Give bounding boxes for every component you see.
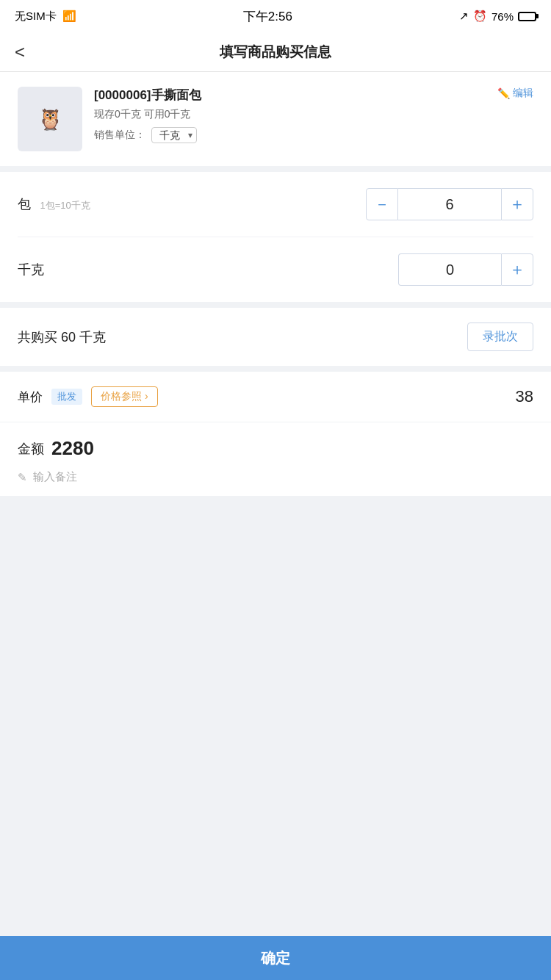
hint-bao: 1包=10千克: [40, 200, 90, 211]
back-button[interactable]: <: [15, 42, 25, 62]
edit-button[interactable]: ✏️ 编辑: [497, 87, 533, 100]
product-card: 🦉 [0000006]手撕面包 ✏️ 编辑 现存0千克 可用0千克 销售单位： …: [0, 72, 551, 172]
quantity-controls-bao: － ＋: [366, 188, 533, 220]
status-right: ↗ ⏰ 76%: [459, 10, 536, 23]
unit-select[interactable]: 千克 包: [151, 127, 197, 143]
price-label: 单价: [18, 389, 43, 406]
price-section: 单价 批发 价格参照 › 38: [0, 372, 551, 422]
edit-label: 编辑: [513, 87, 533, 100]
pencil-icon: ✎: [18, 471, 27, 484]
remark-row[interactable]: ✎ 输入备注: [18, 470, 533, 484]
status-left: 无SIM卡 📶: [15, 10, 76, 24]
gps-icon: ↗: [459, 10, 469, 23]
decrement-button-bao[interactable]: －: [366, 188, 398, 220]
remark-placeholder: 输入备注: [33, 470, 77, 484]
edit-icon: ✏️: [497, 87, 510, 99]
increment-button-bao[interactable]: ＋: [501, 188, 533, 220]
total-section: 共购买 60 千克 录批次: [0, 302, 551, 372]
wifi-icon: 📶: [62, 10, 76, 23]
price-ref-button[interactable]: 价格参照 ›: [91, 386, 158, 407]
battery-percent: 76%: [491, 10, 514, 23]
product-logo: 🦉: [37, 107, 63, 131]
unit-label: 销售单位：: [94, 129, 145, 142]
quantity-input-bao[interactable]: [398, 188, 501, 220]
batch-button[interactable]: 录批次: [467, 323, 533, 351]
unit-select-wrap[interactable]: 千克 包: [151, 127, 197, 143]
page-body: 🦉 [0000006]手撕面包 ✏️ 编辑 现存0千克 可用0千克 销售单位： …: [0, 72, 551, 980]
amount-value: 2280: [51, 437, 94, 460]
batch-tag: 批发: [51, 389, 82, 405]
quantity-row-kg: 千克 ＋: [18, 237, 533, 302]
page-title: 填写商品购买信息: [220, 43, 331, 62]
status-time: 下午2:56: [243, 8, 292, 25]
carrier-text: 无SIM卡: [15, 10, 57, 24]
product-stock: 现存0千克 可用0千克: [94, 108, 533, 121]
total-text: 共购买 60 千克: [18, 328, 106, 346]
quantity-controls-kg: ＋: [398, 253, 533, 286]
quantity-label-kg: 千克: [18, 261, 44, 278]
label-kg: 千克: [18, 262, 44, 277]
price-value: 38: [516, 387, 533, 406]
product-name: [0000006]手撕面包: [94, 87, 201, 104]
quantity-input-kg[interactable]: [398, 253, 501, 286]
confirm-button[interactable]: 确定: [0, 936, 551, 980]
alarm-icon: ⏰: [473, 10, 487, 23]
quantity-row-bao: 包 1包=10千克 － ＋: [18, 172, 533, 237]
spacer: [0, 496, 551, 980]
product-image: 🦉: [18, 87, 82, 151]
quantity-section: 包 1包=10千克 － ＋ 千克 ＋: [0, 172, 551, 302]
battery-icon: [518, 12, 536, 21]
quantity-label-bao: 包 1包=10千克: [18, 195, 90, 213]
product-info: [0000006]手撕面包 ✏️ 编辑 现存0千克 可用0千克 销售单位： 千克…: [94, 87, 533, 143]
product-unit: 销售单位： 千克 包: [94, 127, 533, 143]
amount-label: 金额: [18, 440, 44, 458]
label-bao: 包: [18, 197, 31, 212]
status-bar: 无SIM卡 📶 下午2:56 ↗ ⏰ 76%: [0, 0, 551, 32]
amount-section: 金额 2280 ✎ 输入备注: [0, 422, 551, 496]
nav-bar: < 填写商品购买信息: [0, 32, 551, 72]
amount-row: 金额 2280: [18, 437, 533, 460]
increment-button-kg[interactable]: ＋: [501, 253, 533, 286]
